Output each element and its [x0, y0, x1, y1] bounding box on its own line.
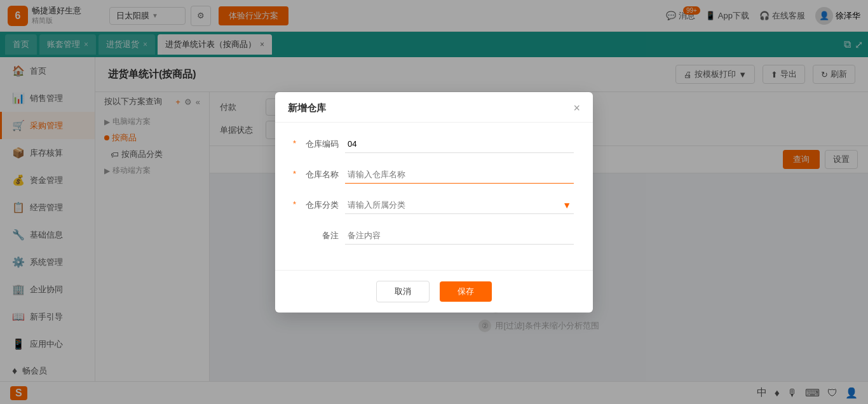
category-input[interactable]: [345, 196, 574, 214]
form-row-code: 仓库编码: [294, 135, 574, 153]
form-row-category: 仓库分类 ▼: [294, 196, 574, 214]
dialog-title: 新增仓库: [288, 102, 326, 114]
name-input[interactable]: [345, 166, 574, 184]
category-label: 仓库分类: [294, 199, 345, 211]
dialog-header: 新增仓库 ×: [275, 92, 593, 123]
code-label: 仓库编码: [294, 138, 345, 150]
dialog-body: 仓库编码 仓库名称 仓库分类 ▼ 备注: [275, 123, 593, 270]
name-label: 仓库名称: [294, 169, 345, 180]
dialog-footer: 取消 保存: [275, 270, 593, 313]
code-input[interactable]: [345, 135, 574, 153]
category-select-wrap: ▼: [345, 196, 574, 214]
new-warehouse-dialog: 新增仓库 × 仓库编码 仓库名称 仓库分类 ▼: [275, 92, 593, 313]
note-label: 备注: [294, 230, 345, 241]
cancel-button[interactable]: 取消: [376, 281, 430, 302]
category-dropdown-arrow: ▼: [562, 200, 571, 210]
note-input[interactable]: [345, 227, 574, 245]
form-row-name: 仓库名称: [294, 166, 574, 184]
save-button[interactable]: 保存: [440, 281, 492, 302]
modal-overlay: 新增仓库 × 仓库编码 仓库名称 仓库分类 ▼: [0, 0, 868, 404]
dialog-close-button[interactable]: ×: [573, 102, 580, 114]
form-row-note: 备注: [294, 227, 574, 245]
